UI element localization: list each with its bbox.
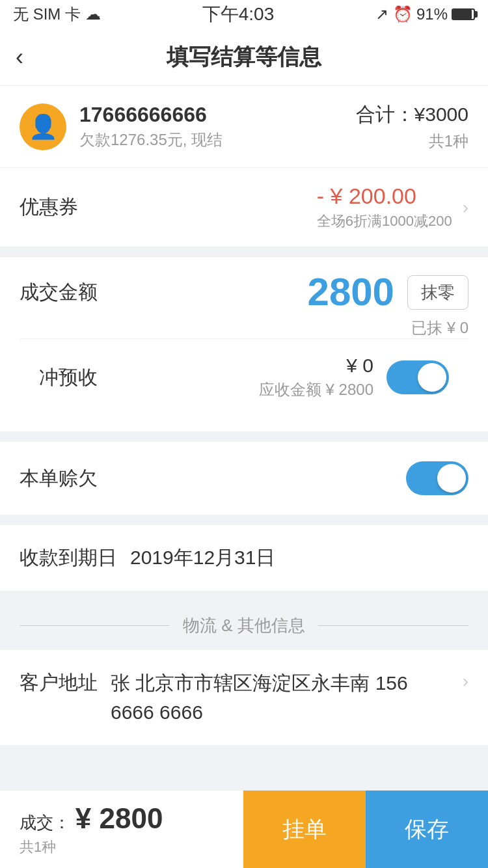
coupon-right: - ¥ 200.00 全场6折满1000减200 › <box>317 183 468 231</box>
logistics-line-left <box>20 625 170 626</box>
user-left: 👤 17666666666 欠款1276.35元, 现结 <box>20 103 223 150</box>
address-value: 张 北京市市辖区海淀区永丰南 156 6666 6666 <box>111 668 456 727</box>
coupon-row[interactable]: 优惠券 - ¥ 200.00 全场6折满1000减200 › <box>0 167 488 247</box>
save-button[interactable]: 保存 <box>366 791 488 868</box>
status-bar: 无 SIM 卡 ☁ 下午4:03 ↗ ⏰ 91% <box>0 0 488 29</box>
logistics-text: 物流 & 其他信息 <box>183 614 305 637</box>
toggle-knob <box>418 363 446 392</box>
pre-sub: 应收金额 ¥ 2800 <box>259 379 373 400</box>
pre-collect-row: 冲预收 ¥ 0 应收金额 ¥ 2800 <box>20 338 468 416</box>
nav-bar: ‹ 填写结算等信息 <box>0 29 488 86</box>
amount-row: 成交金额 2800 抹零 <box>20 273 468 312</box>
duedate-label: 收款到期日 <box>20 545 117 571</box>
user-total: 合计：¥3000 <box>356 102 468 128</box>
bottom-deal-row: 成交： ¥ 2800 <box>20 802 243 835</box>
pre-right: ¥ 0 应收金额 ¥ 2800 <box>259 355 449 400</box>
address-content: 张 北京市市辖区海淀区永丰南 156 6666 6666 <box>111 668 456 727</box>
duedate-row: 收款到期日 2019年12月31日 <box>0 525 488 591</box>
user-sub-text: 欠款1276.35元, 现结 <box>79 129 223 150</box>
coupon-discount: - ¥ 200.00 <box>317 183 452 209</box>
avatar: 👤 <box>20 103 66 150</box>
pre-value: ¥ 0 <box>259 355 373 377</box>
address-row[interactable]: 客户地址 张 北京市市辖区海淀区永丰南 156 6666 6666 › <box>0 650 488 745</box>
deal-amount-section: 成交金额 2800 抹零 已抹 ¥ 0 冲预收 ¥ 0 应收金额 ¥ 2800 <box>0 257 488 431</box>
back-button[interactable]: ‹ <box>16 44 23 71</box>
coupon-label: 优惠券 <box>20 194 78 221</box>
status-time: 下午4:03 <box>202 2 275 27</box>
bottom-actions: 挂单 保存 <box>243 791 488 868</box>
pre-collect-label: 冲预收 <box>39 364 98 391</box>
user-count: 共1种 <box>356 131 468 152</box>
hang-button[interactable]: 挂单 <box>243 791 366 868</box>
pre-value-wrap: ¥ 0 应收金额 ¥ 2800 <box>259 355 373 400</box>
bottom-summary: 成交： ¥ 2800 共1种 <box>0 791 243 868</box>
user-right: 合计：¥3000 共1种 <box>356 102 468 152</box>
bottom-deal-label: 成交： <box>20 813 70 832</box>
amount-sub: 已抹 ¥ 0 <box>411 319 468 336</box>
status-left: 无 SIM 卡 ☁ <box>13 4 101 25</box>
user-row: 👤 17666666666 欠款1276.35元, 现结 合计：¥3000 共1… <box>0 86 488 167</box>
coupon-arrow-icon: › <box>463 197 468 218</box>
battery-level: 91% <box>416 5 448 23</box>
bottom-count: 共1种 <box>20 837 243 857</box>
duedate-value: 2019年12月31日 <box>130 545 275 571</box>
credit-label: 本单赊欠 <box>20 465 98 492</box>
address-arrow-icon: › <box>463 671 468 692</box>
user-phone: 17666666666 <box>79 103 223 127</box>
address-label: 客户地址 <box>20 670 98 696</box>
round-zero-button[interactable]: 抹零 <box>407 275 468 310</box>
battery-bar <box>452 8 475 20</box>
bottom-bar: 成交： ¥ 2800 共1种 挂单 保存 <box>0 790 488 868</box>
coupon-info: - ¥ 200.00 全场6折满1000减200 <box>317 183 452 231</box>
bottom-amount: ¥ 2800 <box>75 802 163 834</box>
amount-value-wrap: 2800 抹零 <box>308 273 468 312</box>
coupon-desc: 全场6折满1000减200 <box>317 211 452 231</box>
credit-toggle-knob <box>437 464 466 493</box>
logistics-line-right <box>318 625 468 626</box>
user-info-text: 17666666666 欠款1276.35元, 现结 <box>79 103 223 150</box>
logistics-header: 物流 & 其他信息 <box>0 601 488 650</box>
sim-label: 无 SIM 卡 ☁ <box>13 4 101 25</box>
credit-row: 本单赊欠 <box>0 442 488 515</box>
avatar-icon: 👤 <box>29 113 58 141</box>
status-right: ↗ ⏰ 91% <box>375 5 475 23</box>
user-info-card: 👤 17666666666 欠款1276.35元, 现结 合计：¥3000 共1… <box>0 86 488 247</box>
battery-icon: ↗ ⏰ <box>375 5 413 23</box>
amount-value: 2800 <box>308 273 394 312</box>
page-title: 填写结算等信息 <box>167 42 321 72</box>
pre-collect-toggle[interactable] <box>386 360 449 394</box>
amount-label: 成交金额 <box>20 279 98 306</box>
credit-toggle[interactable] <box>406 461 468 495</box>
